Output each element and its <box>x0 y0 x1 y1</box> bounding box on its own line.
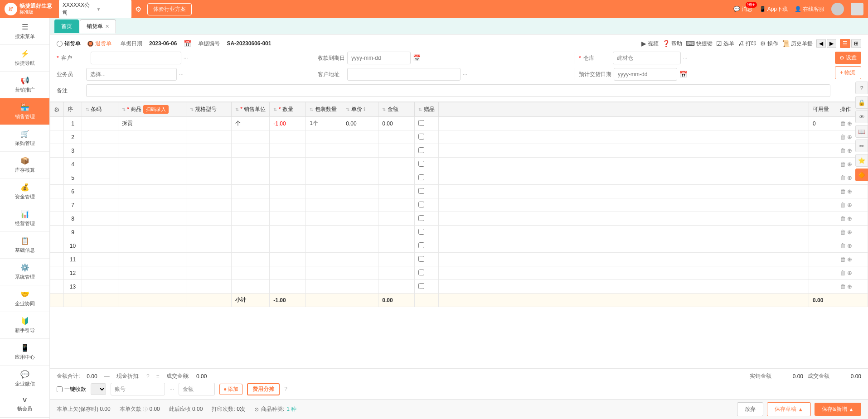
sidebar-item-app-center[interactable]: 📱 应用中心 <box>0 339 49 366</box>
delete-icon-6[interactable]: 🗑 <box>840 188 846 195</box>
salesperson-more-icon[interactable]: ··· <box>179 71 184 77</box>
delete-icon-8[interactable]: 🗑 <box>840 215 846 222</box>
owed-info-icon[interactable]: ⓘ <box>143 406 148 412</box>
radio-sales-input[interactable] <box>57 41 63 47</box>
sidebar-item-basic-info[interactable]: 📋 基础信息 <box>0 232 49 259</box>
view-list-btn[interactable]: ☰ <box>840 39 850 48</box>
account-more-icon[interactable]: ··· <box>170 386 174 392</box>
float-btn-3[interactable]: 👁 <box>855 111 868 123</box>
cell-price-1[interactable]: 0.00 <box>342 117 378 130</box>
settings-button[interactable]: ⚙ 设置 <box>835 52 861 64</box>
discount-help-icon[interactable]: ? <box>146 373 150 380</box>
copy-icon-9[interactable]: ⊕ <box>847 229 852 236</box>
sidebar-item-inventory[interactable]: 📦 库存核算 <box>0 152 49 178</box>
copy-icon-6[interactable]: ⊕ <box>847 188 852 195</box>
gift-checkbox-4[interactable] <box>418 161 424 167</box>
tab-close-icon[interactable]: ✕ <box>105 24 109 29</box>
logistics-button[interactable]: + 物流 <box>835 66 861 79</box>
settings-icon[interactable]: ⚙ <box>135 5 141 14</box>
toolbar-operate[interactable]: ⚙ 操作 <box>760 40 778 48</box>
copy-icon-13[interactable]: ⊕ <box>847 283 852 290</box>
gift-checkbox-10[interactable] <box>418 242 424 248</box>
sidebar-item-marketing[interactable]: 📢 营销推广 <box>0 72 49 98</box>
copy-icon-5[interactable]: ⊕ <box>847 174 852 181</box>
cell-barcode-1[interactable] <box>82 117 118 130</box>
float-btn-4[interactable]: 📖 <box>855 125 868 138</box>
nav-next[interactable]: ▶ <box>827 39 836 48</box>
payment-checkbox[interactable] <box>57 386 63 392</box>
expense-help-icon[interactable]: ? <box>284 386 287 392</box>
settlement-method-select[interactable] <box>91 383 106 395</box>
copy-icon-8[interactable]: ⊕ <box>847 215 852 222</box>
float-btn-5[interactable]: ✏ <box>855 140 868 152</box>
sidebar-item-finance[interactable]: 💰 资金管理 <box>0 178 49 205</box>
copy-icon-10[interactable]: ⊕ <box>847 242 852 249</box>
cell-product-1[interactable]: 拆贡 <box>118 117 186 130</box>
message-item[interactable]: 💬 消息 99+ <box>733 5 752 13</box>
tab-sales-order[interactable]: 销货单 ✕ <box>80 19 116 34</box>
float-btn-2[interactable]: 🔒 <box>855 96 868 109</box>
tab-home[interactable]: 首页 <box>54 19 79 33</box>
date-calendar-icon[interactable]: 📅 <box>184 40 191 47</box>
address-more-icon[interactable]: ··· <box>463 71 467 77</box>
due-date-calendar-icon[interactable]: 📅 <box>413 54 421 62</box>
customer-address-input[interactable] <box>347 68 461 81</box>
copy-icon-4[interactable]: ⊕ <box>847 161 852 168</box>
nav-prev[interactable]: ◀ <box>816 39 826 48</box>
gift-checkbox-7[interactable] <box>418 202 424 207</box>
notes-input[interactable] <box>86 84 830 97</box>
toolbar-history[interactable]: 📜 历史单据 <box>782 40 813 48</box>
delete-icon-5[interactable]: 🗑 <box>840 174 846 181</box>
trial-button[interactable]: 体验行业方案 <box>147 3 192 15</box>
copy-icon-11[interactable]: ⊕ <box>847 256 852 263</box>
sidebar-item-cooperation[interactable]: 🤝 企业协同 <box>0 285 49 312</box>
scan-button[interactable]: 扫码录入 <box>143 105 169 114</box>
cell-spec-1[interactable] <box>186 117 232 130</box>
add-button[interactable]: ● 添加 <box>219 384 242 395</box>
product-type-link[interactable]: 1 种 <box>286 405 296 413</box>
save-draft-button[interactable]: 保存草稿 ▲ <box>767 402 811 416</box>
sidebar-item-system[interactable]: ⚙️ 系统管理 <box>0 259 49 285</box>
toolbar-select[interactable]: ☑ 选单 <box>716 40 734 48</box>
sidebar-item-quick-nav[interactable]: ⚡ 快捷导航 <box>0 45 49 72</box>
gift-checkbox-9[interactable] <box>418 229 424 235</box>
price-info-icon[interactable]: ℹ <box>364 106 365 112</box>
save-new-button[interactable]: 保存&新增 ▲ <box>815 403 861 416</box>
expected-date-input[interactable] <box>614 68 677 81</box>
toolbar-shortcut[interactable]: ⌨ 快捷键 <box>686 40 713 48</box>
delete-icon-13[interactable]: 🗑 <box>840 283 846 290</box>
delete-icon-1[interactable]: 🗑 <box>840 120 846 127</box>
copy-icon-12[interactable]: ⊕ <box>847 270 852 276</box>
float-btn-7[interactable]: 🔶 <box>855 169 868 181</box>
sidebar-item-sales[interactable]: 🏪 销售管理 <box>0 98 49 125</box>
sidebar-item-purchase[interactable]: 🛒 采购管理 <box>0 125 49 152</box>
salesperson-input[interactable] <box>86 68 177 81</box>
user-menu[interactable] <box>851 3 863 15</box>
cell-qty-1[interactable]: -1.00 <box>270 117 306 130</box>
copy-icon-2[interactable]: ⊕ <box>847 134 852 140</box>
abandon-button[interactable]: 放弃 <box>737 402 763 416</box>
expense-button[interactable]: 费用分摊 <box>247 383 280 395</box>
delete-icon-4[interactable]: 🗑 <box>840 161 846 168</box>
sidebar-item-search[interactable]: ☰ 搜索菜单 <box>0 18 49 45</box>
app-download-item[interactable]: 📱 App下载 <box>759 5 788 13</box>
due-date-input[interactable] <box>347 52 411 64</box>
avatar[interactable] <box>831 3 844 15</box>
sidebar-item-member[interactable]: V 畅会员 <box>0 392 49 417</box>
toolbar-video[interactable]: ▶ 视频 <box>641 40 659 48</box>
gift-checkbox-1[interactable] <box>418 120 424 126</box>
float-btn-6[interactable]: ⭐ <box>855 154 868 167</box>
gift-checkbox-6[interactable] <box>418 188 424 194</box>
gift-checkbox-11[interactable] <box>418 256 424 262</box>
one-click-payment-check[interactable]: 一键收款 <box>57 385 86 393</box>
amount-input[interactable] <box>179 383 215 395</box>
delete-icon-2[interactable]: 🗑 <box>840 134 846 140</box>
company-selector[interactable]: XXXXXX公司 ▼ <box>59 0 131 19</box>
delete-icon-11[interactable]: 🗑 <box>840 256 846 263</box>
gift-checkbox-13[interactable] <box>418 283 424 289</box>
gift-checkbox-8[interactable] <box>418 215 424 221</box>
sidebar-item-wechat[interactable]: 💬 企业微信 <box>0 366 49 392</box>
gift-checkbox-12[interactable] <box>418 270 424 275</box>
online-service-item[interactable]: 👤 在线客服 <box>795 5 824 13</box>
copy-icon-7[interactable]: ⊕ <box>847 202 852 208</box>
